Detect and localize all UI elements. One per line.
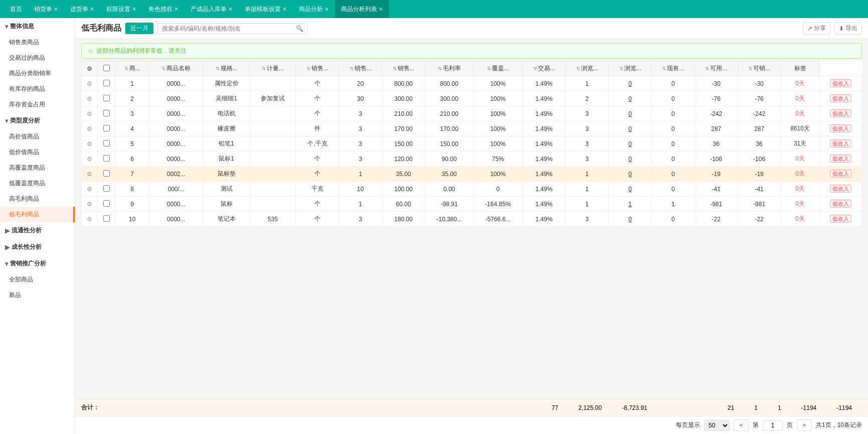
sidebar-item-category-rate[interactable]: 商品分类助销率 bbox=[0, 66, 75, 81]
row-checkbox[interactable] bbox=[98, 91, 116, 106]
col-unit[interactable]: ⇅计量... bbox=[250, 61, 296, 76]
sidebar-item-stock-goods[interactable]: 有库存的商品 bbox=[0, 81, 75, 97]
nav-item-analysis-list[interactable]: 商品分析列表 ✕ bbox=[335, 0, 389, 18]
col-sales-qty[interactable]: ⇅销售... bbox=[296, 61, 339, 76]
row-checkbox[interactable] bbox=[98, 182, 116, 197]
sidebar-item-all-goods[interactable]: 全部商品 bbox=[0, 272, 75, 287]
row-cover-rate: 1.49% bbox=[523, 152, 566, 167]
nav-close-role[interactable]: ✕ bbox=[174, 6, 179, 13]
row-expand-btn[interactable]: ⚙ bbox=[82, 121, 98, 136]
col-gross-rate[interactable]: ⇅毛利率 bbox=[425, 61, 474, 76]
export-button[interactable]: ⬇ 导出 bbox=[834, 22, 862, 35]
search-input[interactable] bbox=[162, 25, 296, 32]
row-expand-btn[interactable]: ⚙ bbox=[82, 76, 98, 91]
sidebar-item-low-value[interactable]: 低价值商品 bbox=[0, 144, 75, 160]
share-button[interactable]: ↗ 分享 bbox=[803, 22, 830, 35]
row-expand-btn[interactable]: ⚙ bbox=[82, 91, 98, 106]
sidebar-item-low-coverage[interactable]: 低覆盖度商品 bbox=[0, 176, 75, 191]
sidebar-group-marketing[interactable]: ▾ 营销推广分析 bbox=[0, 255, 75, 272]
col-sales-price[interactable]: ⇅销售... bbox=[339, 61, 382, 76]
col-name[interactable]: ⇅商品名称 bbox=[149, 61, 203, 76]
search-icon[interactable]: 🔍 bbox=[296, 25, 303, 32]
row-browse1[interactable]: 0 bbox=[609, 182, 652, 197]
sidebar-item-traded-goods[interactable]: 交易过的商品 bbox=[0, 50, 75, 66]
col-browse1[interactable]: ⇅浏览... bbox=[566, 61, 609, 76]
row-trade-count: 3 bbox=[566, 212, 609, 227]
nav-item-role[interactable]: 角色授权 ✕ bbox=[142, 0, 185, 18]
row-checkbox[interactable] bbox=[98, 106, 116, 121]
row-spec: 参加复试 bbox=[250, 91, 296, 106]
per-page-select[interactable]: 50 20 100 bbox=[704, 420, 730, 431]
select-all-checkbox[interactable] bbox=[103, 65, 110, 71]
filter-recent-month[interactable]: 近一月 bbox=[125, 23, 153, 34]
row-checkbox[interactable] bbox=[98, 152, 116, 167]
row-expand-btn[interactable]: ⚙ bbox=[82, 212, 98, 227]
nav-close-template[interactable]: ✕ bbox=[282, 6, 287, 13]
col-cover-rate[interactable]: ⇅覆盖... bbox=[473, 61, 523, 76]
row-expand-btn[interactable]: ⚙ bbox=[82, 152, 98, 167]
nav-item-permission[interactable]: 权限设置 ✕ bbox=[100, 0, 142, 18]
row-cover-rate: 1.49% bbox=[523, 136, 566, 152]
nav-item-purchase[interactable]: 进货单 ✕ bbox=[64, 0, 100, 18]
nav-close-analysis-list[interactable]: ✕ bbox=[379, 6, 383, 13]
nav-close-purchase[interactable]: ✕ bbox=[90, 6, 94, 13]
col-available[interactable]: ⇅可用... bbox=[695, 61, 738, 76]
sidebar-group-liquidity[interactable]: ▶ 流通性分析 bbox=[0, 222, 75, 239]
row-browse1[interactable]: 0 bbox=[609, 167, 652, 182]
nav-item-template[interactable]: 单据模板设置 ✕ bbox=[239, 0, 293, 18]
sidebar-item-sales-goods[interactable]: 销售类商品 bbox=[0, 35, 75, 50]
nav-close-sales[interactable]: ✕ bbox=[54, 6, 58, 13]
nav-item-product-analysis[interactable]: 商品分析 ✕ bbox=[293, 0, 335, 18]
row-code: 000/... bbox=[149, 182, 203, 197]
prev-page-btn[interactable]: ＜ bbox=[734, 419, 749, 431]
nav-close-permission[interactable]: ✕ bbox=[132, 6, 136, 13]
nav-item-product-in[interactable]: 产成品入库单 ✕ bbox=[185, 0, 239, 18]
row-expand-btn[interactable]: ⚙ bbox=[82, 106, 98, 121]
row-browse1[interactable]: 0 bbox=[609, 91, 652, 106]
row-checkbox[interactable] bbox=[98, 121, 116, 136]
row-expand-btn[interactable]: ⚙ bbox=[82, 167, 98, 182]
nav-close-product-analysis[interactable]: ✕ bbox=[324, 6, 329, 13]
col-code[interactable]: ⇅商... bbox=[115, 61, 148, 76]
row-expand-btn[interactable]: ⚙ bbox=[82, 136, 98, 152]
nav-item-home[interactable]: 首页 bbox=[4, 0, 28, 18]
row-browse1[interactable]: 0 bbox=[609, 212, 652, 227]
page-input[interactable] bbox=[763, 420, 783, 430]
col-checkbox[interactable] bbox=[98, 61, 116, 76]
sidebar-group-type[interactable]: ▾ 类型度分析 bbox=[0, 112, 75, 129]
sidebar-item-low-margin[interactable]: 低毛利商品 bbox=[0, 207, 75, 222]
col-settings[interactable]: ⚙ bbox=[82, 61, 98, 76]
col-spec[interactable]: ⇅规格... bbox=[203, 61, 249, 76]
row-unit: 千克 bbox=[296, 182, 339, 197]
sidebar-group-overall[interactable]: ▾ 整体信息 bbox=[0, 18, 75, 35]
sidebar-item-new-goods[interactable]: 新品 bbox=[0, 287, 75, 303]
sidebar-item-stock-capital[interactable]: 库存资金占用 bbox=[0, 97, 75, 112]
row-checkbox[interactable] bbox=[98, 136, 116, 152]
col-trade-count[interactable]: ⇅交易... bbox=[523, 61, 566, 76]
nav-close-product-in[interactable]: ✕ bbox=[228, 6, 233, 13]
next-page-btn[interactable]: ＞ bbox=[797, 419, 812, 431]
row-browse1[interactable]: 1 bbox=[609, 197, 652, 212]
row-expand-btn[interactable]: ⚙ bbox=[82, 197, 98, 212]
col-browse2[interactable]: ⇅浏览... bbox=[609, 61, 652, 76]
row-checkbox[interactable] bbox=[98, 212, 116, 227]
sidebar-item-high-margin[interactable]: 高毛利商品 bbox=[0, 191, 75, 207]
sidebar-item-high-coverage[interactable]: 高覆盖度商品 bbox=[0, 160, 75, 176]
row-browse1[interactable]: 0 bbox=[609, 121, 652, 136]
row-checkbox[interactable] bbox=[98, 76, 116, 91]
col-sales-amount[interactable]: ⇅销售... bbox=[382, 61, 425, 76]
nav-item-sales[interactable]: 销货单 ✕ bbox=[28, 0, 64, 18]
row-checkbox[interactable] bbox=[98, 197, 116, 212]
row-sales-amount: 90.00 bbox=[425, 152, 474, 167]
row-browse1[interactable]: 0 bbox=[609, 136, 652, 152]
row-browse1[interactable]: 0 bbox=[609, 152, 652, 167]
col-tag[interactable]: 标签 bbox=[781, 61, 819, 76]
sidebar-item-high-value[interactable]: 高价值商品 bbox=[0, 129, 75, 144]
sidebar-group-growth[interactable]: ▶ 成长性分析 bbox=[0, 239, 75, 255]
row-checkbox[interactable] bbox=[98, 167, 116, 182]
row-browse1[interactable]: 0 bbox=[609, 76, 652, 91]
row-expand-btn[interactable]: ⚙ bbox=[82, 182, 98, 197]
col-current-stock[interactable]: ⇅现有... bbox=[651, 61, 695, 76]
col-sellable[interactable]: ⇅可销... bbox=[738, 61, 781, 76]
row-browse1[interactable]: 0 bbox=[609, 106, 652, 121]
